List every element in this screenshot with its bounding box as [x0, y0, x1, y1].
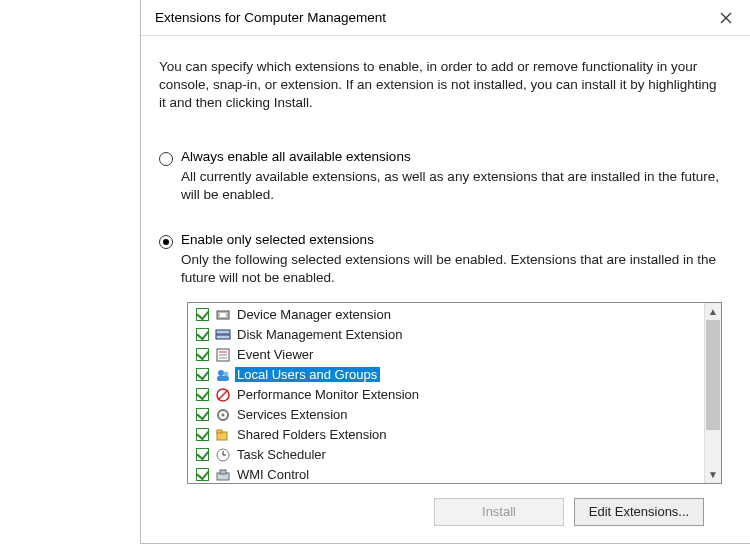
clock-icon [215, 447, 231, 463]
disk-icon [215, 327, 231, 343]
shared-icon [215, 427, 231, 443]
checkbox[interactable] [196, 408, 209, 421]
scroll-thumb[interactable] [706, 320, 720, 430]
radio-selected-only[interactable] [159, 235, 173, 249]
dialog-title: Extensions for Computer Management [155, 10, 386, 25]
users-icon [215, 367, 231, 383]
extensions-list-body[interactable]: Device Manager extensionDisk Management … [188, 303, 704, 483]
clock-icon [215, 447, 231, 463]
checkbox[interactable] [196, 468, 209, 481]
disk-icon [215, 327, 231, 343]
list-item[interactable]: Services Extension [188, 405, 704, 425]
list-item-label: Services Extension [235, 407, 351, 422]
option-selected-only: Enable only selected extensions Only the… [159, 232, 722, 287]
checkbox[interactable] [196, 448, 209, 461]
svg-rect-23 [220, 470, 226, 474]
svg-rect-4 [216, 330, 230, 334]
svg-point-16 [222, 413, 225, 416]
checkbox[interactable] [196, 328, 209, 341]
list-item[interactable]: WMI Control [188, 465, 704, 483]
shared-icon [215, 427, 231, 443]
svg-rect-18 [217, 430, 222, 433]
option-row[interactable]: Always enable all available extensions [159, 149, 722, 166]
close-button[interactable] [702, 0, 750, 36]
list-item-label: Local Users and Groups [235, 367, 380, 382]
hardware-icon [215, 307, 231, 323]
users-icon [215, 367, 231, 383]
hardware-icon [215, 307, 231, 323]
scroll-up-icon[interactable]: ▲ [705, 303, 721, 320]
list-item-label: Performance Monitor Extension [235, 387, 422, 402]
dialog: Extensions for Computer Management You c… [140, 0, 750, 544]
scroll-track[interactable] [705, 320, 721, 466]
event-icon [215, 347, 231, 363]
checkbox[interactable] [196, 368, 209, 381]
close-icon [720, 12, 732, 24]
extensions-list: Device Manager extensionDisk Management … [187, 302, 722, 484]
list-item[interactable]: Disk Management Extension [188, 325, 704, 345]
option-always-label: Always enable all available extensions [181, 149, 411, 164]
perf-icon [215, 387, 231, 403]
option-selected-label: Enable only selected extensions [181, 232, 374, 247]
svg-rect-12 [217, 376, 229, 381]
list-item[interactable]: Local Users and Groups [188, 365, 704, 385]
list-item-label: Disk Management Extension [235, 327, 405, 342]
services-icon [215, 407, 231, 423]
radio-always-enable[interactable] [159, 152, 173, 166]
checkbox[interactable] [196, 428, 209, 441]
list-item[interactable]: Event Viewer [188, 345, 704, 365]
list-item-label: Task Scheduler [235, 447, 329, 462]
option-always-enable: Always enable all available extensions A… [159, 149, 722, 204]
option-always-desc: All currently available extensions, as w… [181, 168, 722, 204]
list-item[interactable]: Performance Monitor Extension [188, 385, 704, 405]
list-item-label: Event Viewer [235, 347, 316, 362]
checkbox[interactable] [196, 388, 209, 401]
list-item[interactable]: Device Manager extension [188, 305, 704, 325]
install-button: Install [434, 498, 564, 526]
list-item-label: Shared Folders Extension [235, 427, 390, 442]
wmi-icon [215, 467, 231, 483]
list-item-label: Device Manager extension [235, 307, 394, 322]
titlebar: Extensions for Computer Management [141, 0, 750, 36]
svg-rect-3 [220, 313, 226, 317]
edit-extensions-button[interactable]: Edit Extensions... [574, 498, 704, 526]
list-item-label: WMI Control [235, 467, 312, 482]
perf-icon [215, 387, 231, 403]
scrollbar[interactable]: ▲ ▼ [704, 303, 721, 483]
checkbox[interactable] [196, 348, 209, 361]
svg-point-11 [224, 371, 229, 376]
services-icon [215, 407, 231, 423]
intro-text: You can specify which extensions to enab… [159, 58, 722, 113]
footer: Install Edit Extensions... [159, 484, 722, 544]
svg-line-14 [218, 390, 228, 400]
svg-point-10 [218, 370, 224, 376]
option-row[interactable]: Enable only selected extensions [159, 232, 722, 249]
wmi-icon [215, 467, 231, 483]
list-item[interactable]: Task Scheduler [188, 445, 704, 465]
option-selected-desc: Only the following selected extensions w… [181, 251, 722, 287]
event-icon [215, 347, 231, 363]
list-item[interactable]: Shared Folders Extension [188, 425, 704, 445]
content: You can specify which extensions to enab… [141, 36, 750, 544]
checkbox[interactable] [196, 308, 209, 321]
svg-rect-5 [216, 335, 230, 339]
scroll-down-icon[interactable]: ▼ [705, 466, 721, 483]
